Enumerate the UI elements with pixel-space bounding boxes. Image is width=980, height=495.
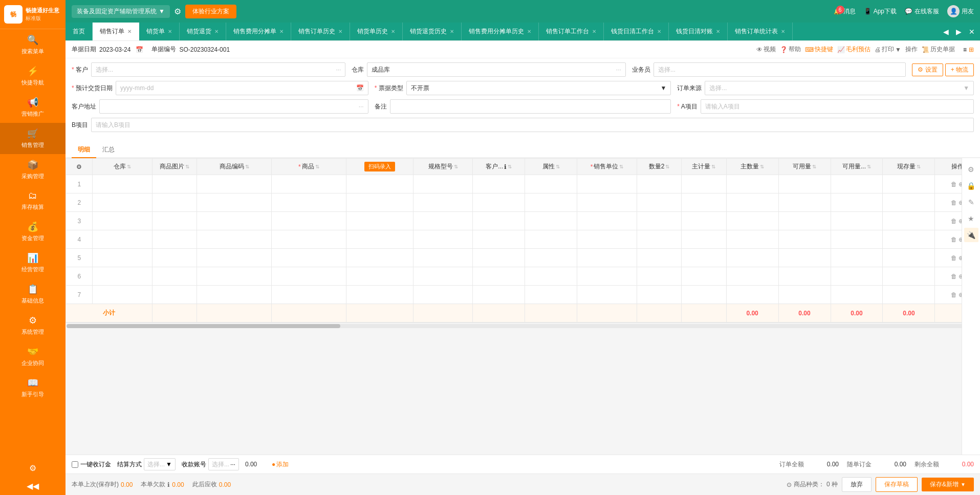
- td-spec-7[interactable]: [413, 286, 473, 304]
- sidebar-item-sales[interactable]: 🛒 销售管理: [0, 123, 66, 154]
- td-product-4[interactable]: [272, 230, 346, 249]
- payment-method-input[interactable]: 选择... ▼: [144, 458, 176, 470]
- td-qty2-5[interactable]: [637, 249, 681, 267]
- nav-more-button[interactable]: ✕: [966, 26, 978, 38]
- shortcut-btn[interactable]: ⌨ 快捷键: [805, 45, 833, 54]
- tab-close-icon[interactable]: ✕: [716, 29, 720, 34]
- customer-input[interactable]: 选择... ···: [91, 62, 345, 77]
- staff-input[interactable]: 选择...: [654, 62, 906, 77]
- td-qty2-4[interactable]: [637, 230, 681, 249]
- td-main-unit-6[interactable]: [682, 267, 726, 286]
- tab-close-icon[interactable]: ✕: [338, 29, 342, 34]
- nav-prev-button[interactable]: ◀: [940, 26, 952, 38]
- preview-btn[interactable]: 👁 视频: [756, 45, 776, 54]
- online-service-item[interactable]: 💬 在线客服: [905, 7, 939, 16]
- sidebar-item-guide[interactable]: 📖 新手引导: [0, 372, 66, 403]
- td-avail2-2[interactable]: [831, 193, 883, 212]
- tab-sales-workbench[interactable]: 销售订单工作台 ✕: [539, 23, 604, 41]
- td-unit-2[interactable]: [577, 193, 637, 212]
- tab-close-icon[interactable]: ✕: [279, 29, 284, 34]
- delete-icon[interactable]: 🗑: [951, 291, 957, 298]
- delete-icon[interactable]: 🗑: [951, 181, 957, 188]
- td-avail-6[interactable]: [778, 267, 831, 286]
- history-btn[interactable]: 📜 历史单据: [922, 45, 955, 54]
- td-customer-1[interactable]: [473, 175, 525, 193]
- sidebar-item-system[interactable]: ⚙ 系统管理: [0, 310, 66, 341]
- td-warehouse-7[interactable]: [93, 286, 153, 304]
- tab-close-icon[interactable]: ✕: [527, 29, 531, 34]
- tab-receivable-check[interactable]: 钱货日清对账 ✕: [669, 23, 728, 41]
- td-scan-3[interactable]: [346, 212, 413, 230]
- th-img[interactable]: 商品图片 ⇅: [152, 159, 197, 175]
- td-avail-7[interactable]: [778, 286, 831, 304]
- td-main-qty-2[interactable]: [726, 193, 778, 212]
- th-qty2[interactable]: 数量2 ⇅: [637, 159, 681, 175]
- delete-icon[interactable]: 🗑: [951, 273, 957, 280]
- sidebar-item-collab[interactable]: 🤝 企业协同: [0, 341, 66, 372]
- td-product-7[interactable]: [272, 286, 346, 304]
- td-avail2-4[interactable]: [831, 230, 883, 249]
- th-settings[interactable]: ⚙: [66, 159, 93, 175]
- delete-icon[interactable]: 🗑: [951, 199, 957, 206]
- td-customer-7[interactable]: [473, 286, 525, 304]
- topbar-settings-icon[interactable]: ⚙: [174, 7, 181, 16]
- td-warehouse-4[interactable]: [93, 230, 153, 249]
- td-scan-7[interactable]: [346, 286, 413, 304]
- td-code-6[interactable]: [197, 267, 272, 286]
- td-avail-5[interactable]: [778, 249, 831, 267]
- td-spec-5[interactable]: [413, 249, 473, 267]
- td-unit-3[interactable]: [577, 212, 637, 230]
- td-main-unit-1[interactable]: [682, 175, 726, 193]
- th-unit[interactable]: * 销售单位 ⇅: [577, 159, 637, 175]
- td-avail2-7[interactable]: [831, 286, 883, 304]
- td-customer-6[interactable]: [473, 267, 525, 286]
- td-attr-1[interactable]: [525, 175, 577, 193]
- sidebar-item-basic[interactable]: 📋 基础信息: [0, 278, 66, 310]
- td-stock-7[interactable]: [883, 286, 935, 304]
- td-main-qty-6[interactable]: [726, 267, 778, 286]
- tab-close-icon[interactable]: ✕: [214, 29, 219, 34]
- td-main-unit-5[interactable]: [682, 249, 726, 267]
- td-img-7[interactable]: [152, 286, 197, 304]
- solution-button[interactable]: 体验行业方案: [185, 5, 236, 18]
- td-attr-7[interactable]: [525, 286, 577, 304]
- tab-detail[interactable]: 明细: [72, 142, 96, 158]
- delete-icon[interactable]: 🗑: [951, 254, 957, 262]
- td-warehouse-3[interactable]: [93, 212, 153, 230]
- td-attr-5[interactable]: [525, 249, 577, 267]
- account-input[interactable]: 选择... ···: [208, 458, 239, 470]
- sidebar-item-inventory[interactable]: 🗂 库存核算: [0, 185, 66, 216]
- user-item[interactable]: 👤 用友: [947, 5, 974, 17]
- th-scan[interactable]: 扫码录入: [346, 159, 413, 175]
- tab-close-icon[interactable]: ✕: [781, 29, 785, 34]
- td-main-qty-3[interactable]: [726, 212, 778, 230]
- sidebar-item-marketing[interactable]: 📢 营销推广: [0, 92, 66, 123]
- td-attr-3[interactable]: [525, 212, 577, 230]
- td-qty2-7[interactable]: [637, 286, 681, 304]
- td-qty2-2[interactable]: [637, 193, 681, 212]
- tab-close-icon[interactable]: ✕: [168, 29, 172, 34]
- td-qty2-6[interactable]: [637, 267, 681, 286]
- td-scan-6[interactable]: [346, 267, 413, 286]
- td-avail-3[interactable]: [778, 212, 831, 230]
- app-download-item[interactable]: 📱 App下载: [864, 7, 897, 16]
- help-btn[interactable]: ❓ 帮助: [780, 45, 801, 54]
- address-input[interactable]: ···: [99, 99, 368, 114]
- tab-sales-fee-history[interactable]: 销售费用分摊单历史 ✕: [462, 23, 539, 41]
- grid-view-icon[interactable]: ⊞: [969, 46, 974, 53]
- add-button[interactable]: ● 添加: [272, 460, 289, 469]
- td-unit-1[interactable]: [577, 175, 637, 193]
- warehouse-input[interactable]: 成品库 ···: [367, 62, 625, 77]
- td-customer-4[interactable]: [473, 230, 525, 249]
- td-code-7[interactable]: [197, 286, 272, 304]
- add-row-btn[interactable]: + 物流: [945, 63, 974, 76]
- th-spec[interactable]: 规格型号 ⇅: [413, 159, 473, 175]
- td-unit-6[interactable]: [577, 267, 637, 286]
- td-warehouse-6[interactable]: [93, 267, 153, 286]
- td-warehouse-5[interactable]: [93, 249, 153, 267]
- th-main-unit[interactable]: 主计量 ⇅: [682, 159, 726, 175]
- td-stock-1[interactable]: [883, 175, 935, 193]
- td-spec-1[interactable]: [413, 175, 473, 193]
- tab-sales-refund-history[interactable]: 销货退货历史 ✕: [403, 23, 462, 41]
- tab-close-icon[interactable]: ✕: [592, 29, 596, 34]
